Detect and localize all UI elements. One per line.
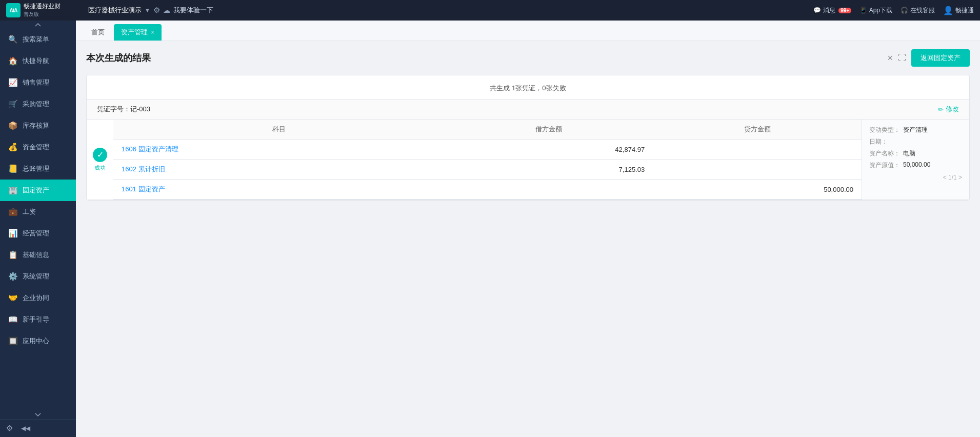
cell-debit bbox=[444, 180, 653, 200]
side-change-type: 变动类型： 资产清理 bbox=[869, 126, 962, 134]
online-support-button[interactable]: 🎧 在线客服 bbox=[901, 6, 935, 15]
logo-sub: 普及版 bbox=[24, 11, 61, 18]
sidebar-item-system[interactable]: ⚙️系统管理 bbox=[0, 266, 76, 287]
support-icon: 🎧 bbox=[901, 7, 908, 14]
edit-label: 修改 bbox=[946, 105, 959, 114]
voucher-table: ✓ 成功 科目 借方金额 贷方金额 bbox=[87, 120, 969, 200]
feedback-label[interactable]: 我要体验一下 bbox=[173, 6, 213, 15]
logo-icon: AtA bbox=[6, 3, 21, 17]
top-header: AtA 畅捷通好业财 普及版 医疗器械行业演示 ▼ ⚙ ☁ 我要体验一下 💬 消… bbox=[0, 0, 980, 21]
side-asset-name: 资产名称： 电脑 bbox=[869, 149, 962, 158]
tab-close-icon[interactable]: × bbox=[151, 29, 154, 36]
sidebar-item-search[interactable]: 🔍搜索菜单 bbox=[0, 29, 76, 50]
edit-icon: ✏ bbox=[938, 106, 944, 113]
result-summary: 共生成 1张凭证，0张失败 bbox=[87, 75, 969, 100]
table-header-row: 科目 借方金额 贷方金额 bbox=[113, 120, 862, 140]
tab-asset-mgmt[interactable]: 资产管理 × bbox=[114, 24, 162, 41]
sidebar-item-sales[interactable]: 📈销售管理 bbox=[0, 72, 76, 93]
sidebar-item-inventory[interactable]: 📦库存核算 bbox=[0, 115, 76, 136]
messages-label: 消息 bbox=[823, 6, 835, 15]
summary-text: 共生成 1张凭证，0张失败 bbox=[490, 84, 566, 92]
side-date: 日期： bbox=[869, 137, 962, 146]
finance-icon: 💰 bbox=[8, 143, 17, 152]
sidebar-item-finance[interactable]: 💰资金管理 bbox=[0, 136, 76, 158]
table-side-info: 变动类型： 资产清理 日期： 资产名称： 电脑 bbox=[862, 120, 969, 200]
side-change-type-value: 资产清理 bbox=[903, 126, 928, 134]
side-change-type-label: 变动类型： bbox=[869, 126, 900, 134]
user-menu[interactable]: 👤 畅捷通 bbox=[943, 6, 974, 15]
sidebar-scroll-up[interactable] bbox=[0, 21, 76, 29]
side-pagination[interactable]: < 1/1 > bbox=[869, 174, 962, 181]
table-main: 科目 借方金额 贷方金额 1606 固定资产清理 42,874.97 1602 … bbox=[113, 120, 862, 200]
sidebar-label-enterprise: 企业协同 bbox=[23, 293, 49, 303]
col-credit: 贷方金额 bbox=[653, 120, 862, 140]
messages-badge: 99 bbox=[838, 8, 851, 13]
user-avatar-icon: 👤 bbox=[943, 6, 953, 15]
sidebar-item-base-info[interactable]: 📋基础信息 bbox=[0, 244, 76, 266]
sidebar-item-fixed-assets[interactable]: 🏢固定资产 bbox=[0, 180, 76, 201]
tab-asset-mgmt-label: 资产管理 bbox=[121, 28, 148, 37]
page-title: 本次生成的结果 bbox=[86, 52, 151, 64]
edit-voucher-button[interactable]: ✏ 修改 bbox=[938, 105, 959, 114]
panel-expand-button[interactable]: ⛶ bbox=[898, 53, 906, 63]
tab-home-label: 首页 bbox=[91, 28, 105, 37]
messages-button[interactable]: 💬 消息 99 bbox=[813, 6, 851, 15]
side-asset-name-label: 资产名称： bbox=[869, 149, 900, 158]
panel-close-button[interactable]: × bbox=[887, 53, 893, 64]
result-panel: 共生成 1张凭证，0张失败 凭证字号：记-003 ✏ 修改 bbox=[86, 75, 970, 201]
cell-credit: 50,000.00 bbox=[653, 180, 862, 200]
chevron-down-icon[interactable]: ▼ bbox=[145, 7, 150, 13]
voucher-header: 凭证字号：记-003 ✏ 修改 bbox=[87, 100, 969, 120]
return-button[interactable]: 返回固定资产 bbox=[911, 49, 970, 67]
cell-subject: 1601 固定资产 bbox=[113, 180, 444, 200]
sidebar-label-quick-nav: 快捷导航 bbox=[23, 56, 49, 66]
username: 畅捷通 bbox=[955, 6, 974, 15]
sidebar-item-operations[interactable]: 📊经营管理 bbox=[0, 223, 76, 244]
system-icon: ⚙️ bbox=[8, 272, 17, 281]
side-original-value: 资产原值： 50,000.00 bbox=[869, 161, 962, 170]
entries-table: 科目 借方金额 贷方金额 1606 固定资产清理 42,874.97 1602 … bbox=[113, 120, 862, 200]
sidebar-label-sales: 销售管理 bbox=[23, 78, 49, 87]
cell-debit: 42,874.97 bbox=[444, 140, 653, 160]
sidebar-item-quick-nav[interactable]: 🏠快捷导航 bbox=[0, 50, 76, 72]
sidebar-item-payroll[interactable]: 💼工资 bbox=[0, 201, 76, 223]
cloud-icon: ☁ bbox=[163, 6, 170, 14]
app-download-button[interactable]: 📱 App下载 bbox=[859, 6, 892, 15]
sales-icon: 📈 bbox=[8, 78, 17, 87]
cell-credit bbox=[653, 140, 862, 160]
fixed-assets-icon: 🏢 bbox=[8, 186, 17, 195]
voucher-section: 凭证字号：记-003 ✏ 修改 ✓ 成功 bbox=[87, 100, 969, 200]
sidebar-item-enterprise[interactable]: 🤝企业协同 bbox=[0, 287, 76, 309]
col-subject: 科目 bbox=[113, 120, 444, 140]
sidebar-label-app-center: 应用中心 bbox=[23, 336, 49, 346]
inventory-icon: 📦 bbox=[8, 121, 17, 130]
header-company[interactable]: 医疗器械行业演示 ▼ ⚙ ☁ 我要体验一下 bbox=[82, 6, 813, 15]
header-right: 💬 消息 99 📱 App下载 🎧 在线客服 👤 畅捷通 bbox=[813, 6, 974, 15]
cell-debit: 7,125.03 bbox=[444, 160, 653, 180]
side-original-value-value: 50,000.00 bbox=[903, 161, 930, 168]
tab-home[interactable]: 首页 bbox=[84, 24, 112, 41]
voucher-no: 凭证字号：记-003 bbox=[97, 105, 150, 114]
sidebar-menu: 🔍搜索菜单🏠快捷导航📈销售管理🛒采购管理📦库存核算💰资金管理📒总账管理🏢固定资产… bbox=[0, 29, 76, 411]
sidebar-collapse-icon[interactable]: ◀◀ bbox=[21, 425, 30, 432]
sidebar-label-search: 搜索菜单 bbox=[23, 35, 49, 44]
sidebar-item-guide[interactable]: 📖新手引导 bbox=[0, 309, 76, 330]
table-left: ✓ 成功 科目 借方金额 贷方金额 bbox=[87, 120, 862, 200]
cell-subject: 1606 固定资产清理 bbox=[113, 140, 444, 160]
search-icon: 🔍 bbox=[8, 35, 17, 44]
sidebar-label-system: 系统管理 bbox=[23, 272, 49, 281]
sidebar-item-ledger[interactable]: 📒总账管理 bbox=[0, 158, 76, 180]
app-center-icon: 🔲 bbox=[8, 336, 17, 346]
sidebar-label-base-info: 基础信息 bbox=[23, 250, 49, 260]
sidebar-settings-icon[interactable]: ⚙ bbox=[6, 424, 13, 433]
sidebar-label-fixed-assets: 固定资产 bbox=[23, 186, 49, 195]
sidebar-label-finance: 资金管理 bbox=[23, 143, 49, 152]
table-row: 1602 累计折旧 7,125.03 bbox=[113, 160, 862, 180]
page-content: 本次生成的结果 × ⛶ 返回固定资产 共生成 1张凭证，0张失败 凭证字号：记-… bbox=[76, 41, 980, 437]
settings-icon[interactable]: ⚙ bbox=[153, 6, 160, 15]
sidebar-item-app-center[interactable]: 🔲应用中心 bbox=[0, 330, 76, 352]
app-download-label: App下载 bbox=[869, 6, 892, 15]
sidebar-item-purchase[interactable]: 🛒采购管理 bbox=[0, 93, 76, 115]
sidebar-scroll-down[interactable] bbox=[0, 411, 76, 419]
tab-bar: 首页 资产管理 × bbox=[76, 21, 980, 41]
